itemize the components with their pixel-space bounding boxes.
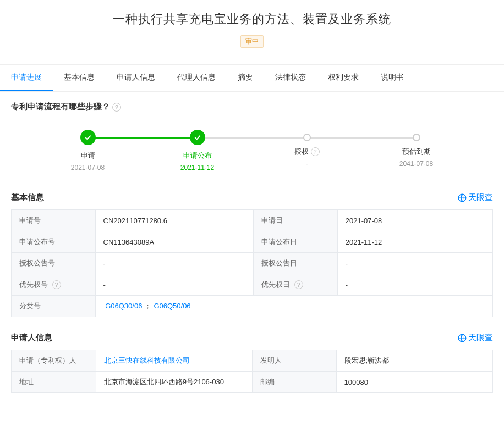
applicant-table: 申请（专利权）人北京三快在线科技有限公司发明人段宏思;靳洪都地址北京市海淀区北四… [11, 350, 493, 393]
page-header: 一种执行共享充电宝业务的方法、装置及业务系统 审中 [0, 0, 504, 54]
tab-4[interactable]: 摘要 [227, 65, 264, 91]
cell-key: 发明人 [252, 350, 336, 372]
timeline-step: 申请2021-07-08 [33, 130, 143, 172]
table-row: 授权公告号-授权公告日- [12, 253, 493, 274]
tab-7[interactable]: 说明书 [370, 65, 415, 91]
tab-bar: 申请进展基本信息申请人信息代理人信息摘要法律状态权利要求说明书 [0, 64, 504, 92]
basic-title: 基本信息 [11, 192, 44, 203]
cell-key: 优先权日 ? [254, 274, 338, 296]
tab-0[interactable]: 申请进展 [0, 65, 53, 91]
cell-key: 授权公告号 [12, 253, 96, 274]
cell-val: CN113643089A [95, 231, 254, 253]
cell-key: 申请号 [12, 210, 96, 231]
timeline-step: 预估到期2041-07-08 [361, 130, 471, 168]
timeline-step: 授权?- [252, 130, 361, 168]
step-label: 申请公布 [143, 151, 252, 161]
class-code-link[interactable]: G06Q50/06 [154, 302, 190, 310]
cell-key: 地址 [12, 372, 96, 393]
check-icon [190, 130, 205, 145]
table-row: 分类号 G06Q30/06；G06Q50/06 [12, 296, 493, 317]
cell-key: 申请（专利权）人 [12, 350, 96, 372]
progress-title: 专利申请流程有哪些步骤？? [11, 102, 121, 112]
class-code-link[interactable]: G06Q30/06 [105, 302, 142, 310]
cell-val: 100080 [336, 372, 493, 393]
cell-key: 邮编 [252, 372, 336, 393]
help-icon[interactable]: ? [311, 147, 320, 156]
step-label: 预估到期 [361, 147, 471, 157]
cell-val: 2021-11-12 [337, 231, 492, 253]
brand-logo[interactable]: 天眼查 [457, 333, 493, 343]
section-progress: 专利申请流程有哪些步骤？? 申请2021-07-08申请公布2021-11-12… [0, 92, 504, 182]
globe-icon [457, 193, 467, 203]
cell-key: 分类号 [12, 296, 96, 317]
cell-val: - [337, 253, 492, 274]
cell-val: G06Q30/06；G06Q50/06 [95, 296, 492, 317]
section-basic: 基本信息 天眼查 申请号CN202110771280.6申请日2021-07-0… [0, 182, 504, 323]
brand-logo[interactable]: 天眼查 [457, 192, 493, 203]
help-icon[interactable]: ? [112, 103, 121, 112]
cell-key: 申请公布号 [12, 231, 96, 253]
timeline: 申请2021-07-08申请公布2021-11-12授权?-预估到期2041-0… [11, 119, 493, 177]
help-icon[interactable]: ? [52, 280, 61, 289]
circle-icon [303, 134, 311, 141]
cell-val: - [95, 253, 254, 274]
step-date: 2041-07-08 [361, 160, 471, 168]
basic-table: 申请号CN202110771280.6申请日2021-07-08申请公布号CN1… [11, 209, 493, 317]
cell-val: 段宏思;靳洪都 [336, 350, 493, 372]
step-label: 授权? [252, 147, 361, 157]
step-date: 2021-11-12 [143, 164, 252, 172]
timeline-step: 申请公布2021-11-12 [143, 130, 252, 172]
applicant-title: 申请人信息 [11, 333, 52, 343]
check-icon [80, 130, 96, 145]
status-badge: 审中 [240, 35, 264, 48]
circle-icon [413, 134, 420, 141]
tab-3[interactable]: 代理人信息 [166, 65, 227, 91]
step-label: 申请 [33, 151, 143, 161]
table-row: 申请公布号CN113643089A申请公布日2021-11-12 [12, 231, 493, 253]
step-date: 2021-07-08 [33, 164, 143, 172]
globe-icon [457, 333, 467, 343]
applicant-link[interactable]: 北京三快在线科技有限公司 [104, 356, 190, 364]
cell-val: 北京市海淀区北四环西路9号2106-030 [96, 372, 252, 393]
cell-key: 优先权号 ? [12, 274, 96, 296]
patent-title: 一种执行共享充电宝业务的方法、装置及业务系统 [0, 11, 504, 27]
section-applicant: 申请人信息 天眼查 申请（专利权）人北京三快在线科技有限公司发明人段宏思;靳洪都… [0, 323, 504, 399]
table-row: 优先权号 ?-优先权日 ?- [12, 274, 493, 296]
table-row: 申请号CN202110771280.6申请日2021-07-08 [12, 210, 493, 231]
help-icon[interactable]: ? [294, 280, 303, 289]
cell-key: 授权公告日 [254, 253, 338, 274]
cell-val: - [337, 274, 492, 296]
tab-1[interactable]: 基本信息 [53, 65, 106, 91]
table-row: 申请（专利权）人北京三快在线科技有限公司发明人段宏思;靳洪都 [12, 350, 493, 372]
cell-val: CN202110771280.6 [95, 210, 254, 231]
cell-val: 2021-07-08 [337, 210, 492, 231]
cell-val: 北京三快在线科技有限公司 [96, 350, 252, 372]
cell-val: - [95, 274, 254, 296]
table-row: 地址北京市海淀区北四环西路9号2106-030邮编100080 [12, 372, 493, 393]
tab-2[interactable]: 申请人信息 [106, 65, 166, 91]
tab-5[interactable]: 法律状态 [264, 65, 317, 91]
cell-key: 申请日 [254, 210, 338, 231]
cell-key: 申请公布日 [254, 231, 338, 253]
step-date: - [252, 160, 361, 168]
tab-6[interactable]: 权利要求 [317, 65, 370, 91]
